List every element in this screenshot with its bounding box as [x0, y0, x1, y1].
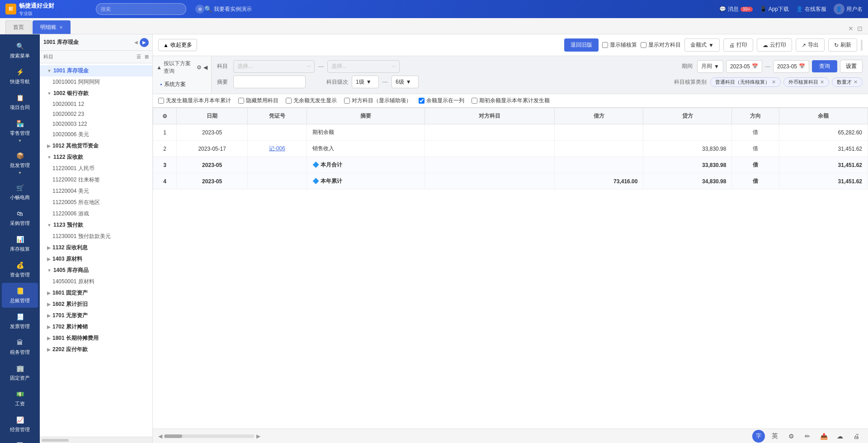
sidebar-item-assets[interactable]: 🏢 固定资产 — [2, 360, 38, 385]
period-start-input[interactable]: 2023-05 📅 — [726, 60, 762, 73]
print-btn[interactable]: 🖨 打印 — [723, 38, 753, 52]
tab-home[interactable]: 首页 — [5, 20, 32, 34]
voucher-link[interactable]: 记-006 — [269, 145, 285, 152]
tree-item-10020006[interactable]: 10020006 美元 — [40, 129, 152, 140]
col-settings[interactable]: ⚙ — [153, 108, 177, 124]
tree-item-1132[interactable]: ▶ 1132 应收利息 — [40, 242, 152, 253]
tree-item-1012[interactable]: ▶ 1012 其他货币资金 — [40, 140, 152, 152]
settings-icon[interactable]: ⚙ — [195, 5, 204, 14]
calc-tag-close[interactable]: ✕ — [772, 79, 776, 85]
tree-item-10020002[interactable]: 10020002 23 — [40, 109, 152, 119]
sidebar-item-sales-report[interactable]: 📝 小畅报销 — [2, 438, 38, 443]
tree-item-1601[interactable]: ▶ 1601 固定资产 — [40, 287, 152, 299]
show-opposite-check[interactable] — [641, 42, 646, 48]
tree-list-icon[interactable]: ☰ — [137, 54, 141, 60]
bottom-cloud-icon[interactable]: ☁ — [834, 430, 846, 443]
subject-dots-btn[interactable]: ··· — [307, 64, 311, 69]
period-type-select[interactable]: 月间 ▼ — [697, 60, 723, 73]
bottom-edit-icon[interactable]: ✏ — [801, 430, 814, 443]
sidebar-item-wholesale[interactable]: 📦 批发管理 ▼ — [2, 148, 38, 179]
show-opposite-checkbox[interactable]: 显示对方科目 — [641, 41, 681, 49]
scroll-track[interactable] — [164, 434, 255, 438]
export-btn[interactable]: ↗ 导出 — [796, 38, 825, 52]
calc-tag-qty[interactable]: 数量才 ✕ — [832, 77, 863, 87]
amount-mode-btn[interactable]: 金额式 ▼ — [684, 38, 720, 52]
subject-input-2[interactable]: 选择... ··· — [327, 60, 400, 73]
tree-scrollbar[interactable] — [40, 437, 152, 443]
calc-tag-qty-close[interactable]: ✕ — [854, 79, 858, 85]
scroll-right-btn[interactable]: ▶ — [256, 433, 260, 439]
sidebar-item-tax[interactable]: 🏛 税务管理 — [2, 334, 38, 359]
level-end-select[interactable]: 6级 ▼ — [392, 76, 419, 88]
option-no-balance-hide-check[interactable] — [286, 98, 292, 104]
window-expand-btn[interactable]: ⊡ — [857, 25, 863, 32]
option-hide-disable[interactable]: 隐藏禁用科目 — [238, 97, 278, 105]
tree-item-11220006[interactable]: 11220006 游戏 — [40, 208, 152, 219]
message-btn[interactable]: 💬 消息 99+ — [719, 5, 753, 13]
tree-expand-icon[interactable]: ⊞ — [145, 54, 149, 60]
collapse-panel-btn[interactable] — [861, 40, 863, 51]
option-balance-one-col[interactable]: 余额显示在一列 — [419, 97, 464, 105]
option-no-occurrence[interactable]: 无发生额显示本月本年累计 — [158, 97, 231, 105]
input-method-btn[interactable]: 字 — [752, 430, 765, 443]
option-balance-one-col-check[interactable] — [419, 98, 425, 104]
tree-item-2202[interactable]: ▶ 2202 应付年款 — [40, 344, 152, 355]
online-service-btn[interactable]: 👤 在线客服 — [796, 5, 826, 13]
sidebar-item-project[interactable]: 📋 项目合同 — [2, 90, 38, 114]
tree-item-10020003[interactable]: 10020003 122 — [40, 119, 152, 129]
filter-collapse-icon[interactable]: ◀ — [203, 64, 208, 71]
option-year-balance-check[interactable] — [472, 98, 477, 104]
sidebar-item-inventory[interactable]: 📊 库存核算 — [2, 231, 38, 256]
summary-input[interactable] — [233, 76, 306, 88]
subject-input-1[interactable]: 选择... ··· — [233, 60, 315, 73]
refresh-btn[interactable]: ↻ 刷新 — [828, 38, 857, 52]
query-btn[interactable]: 查询 — [812, 60, 837, 72]
header-search-input[interactable] — [96, 3, 186, 15]
calc-tag-normal[interactable]: 普通科目（无特殊核算） ✕ — [710, 77, 781, 87]
cloud-print-btn[interactable]: ☁ 云打印 — [757, 38, 792, 52]
bottom-settings-icon[interactable]: ⚙ — [785, 430, 797, 443]
option-no-occurrence-check[interactable] — [158, 98, 164, 104]
return-old-btn[interactable]: 退回旧版 — [564, 38, 599, 52]
sidebar-item-purchase[interactable]: 🛍 采购管理 — [2, 205, 38, 230]
app-download-btn[interactable]: 📱 App下载 — [760, 5, 789, 13]
scheme-system[interactable]: ● 系统方案 — [156, 79, 208, 90]
option-year-balance[interactable]: 期初余额显示本年累计发生额 — [472, 97, 550, 105]
tree-item-10010001[interactable]: 10010001 阿阿阿阿 — [40, 76, 152, 88]
tree-item-1123[interactable]: ▼ 1123 预付款 — [40, 219, 152, 231]
bottom-print-icon[interactable]: 🖨 — [850, 430, 863, 443]
subject-dots-btn-2[interactable]: ··· — [392, 64, 396, 69]
show-helper-check[interactable] — [602, 42, 608, 48]
sidebar-item-ledger[interactable]: 📒 总账管理 — [2, 283, 38, 308]
option-opposite-show-check[interactable] — [344, 98, 350, 104]
user-area[interactable]: 👤 用户名 — [834, 4, 863, 14]
calc-tag-foreign[interactable]: 外币核算科目 ✕ — [783, 77, 829, 87]
tree-item-1403[interactable]: ▶ 1403 原材料 — [40, 253, 152, 265]
lang-btn[interactable]: 英 — [769, 430, 781, 443]
tree-item-1801[interactable]: ▶ 1801 长期待摊费用 — [40, 333, 152, 344]
level-start-select[interactable]: 1级 ▼ — [352, 76, 379, 88]
tree-item-1701[interactable]: ▶ 1701 无形资产 — [40, 310, 152, 321]
option-opposite-show[interactable]: 对方科目（显示辅助项） — [344, 97, 411, 105]
sidebar-item-operations[interactable]: 📈 经营管理 — [2, 412, 38, 437]
tab-ledger[interactable]: 明细账 ✕ — [33, 20, 71, 34]
tree-item-11220002[interactable]: 11220002 往来标签 — [40, 174, 152, 186]
period-end-input[interactable]: 2023-05 📅 — [773, 60, 809, 73]
sidebar-item-quicknav[interactable]: ⚡ 快捷导航 — [2, 64, 38, 89]
tree-item-1002[interactable]: ▼ 1002 银行存款 — [40, 88, 152, 99]
tree-item-14050001[interactable]: 14050001 原材料 — [40, 276, 152, 287]
calc-tag-foreign-close[interactable]: ✕ — [820, 79, 824, 85]
sidebar-item-ecommerce[interactable]: 🛒 小畅电商 — [2, 180, 38, 205]
tree-item-1122[interactable]: ▼ 1122 应收款 — [40, 152, 152, 163]
prev-account-icon[interactable]: ◀ — [134, 40, 138, 45]
tree-item-10020001[interactable]: 10020001 12 — [40, 99, 152, 109]
tree-item-1602[interactable]: ▶ 1602 累计折旧 — [40, 299, 152, 310]
sidebar-item-retail[interactable]: 🏪 零售管理 ▼ — [2, 115, 38, 147]
tree-item-11230001[interactable]: 11230001 预付款款美元 — [40, 231, 152, 242]
tree-item-1405[interactable]: ▼ 1405 库存商品 — [40, 265, 152, 276]
sidebar-item-search[interactable]: 🔍 搜索菜单 — [2, 38, 38, 63]
scroll-left-btn[interactable]: ◀ — [158, 433, 162, 439]
next-account-btn[interactable]: ▶ — [140, 38, 149, 47]
expand-more-btn[interactable]: ▲ 收起更多 — [158, 39, 197, 51]
tree-item-1001[interactable]: ▼ 1001 库存现金 — [40, 65, 152, 76]
